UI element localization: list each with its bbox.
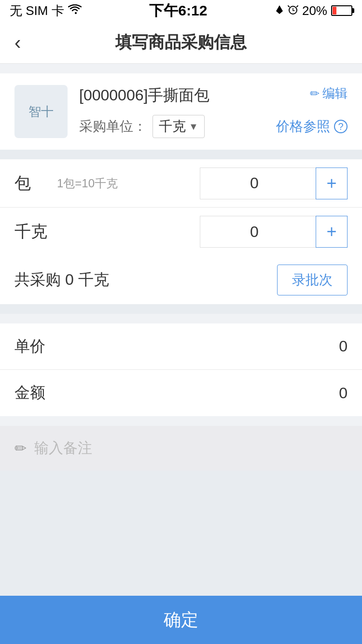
bag-sub-label: 1包=10千克 [57,176,118,191]
remark-section[interactable]: ✏ 输入备注 [0,426,362,471]
pencil-icon: ✏ [14,440,27,457]
unit-price-row: 单价 0 [0,323,362,370]
edit-pencil-icon: ✏ [310,87,320,100]
bag-label: 包 [14,172,53,195]
location-icon [275,3,284,18]
no-sim-label: 无 SIM 卡 [10,2,64,19]
price-ref-button[interactable]: 价格参照 ? [276,117,348,136]
product-card: 智十 [0000006]手撕面包 采购单位： 千克 ▼ 价格参照 ? ✏ 编辑 [0,73,362,150]
summary-text: 共采购 0 千克 [14,269,109,291]
price-ref-label: 价格参照 [276,117,330,136]
unit-value: 千克 [159,117,186,136]
battery-icon [331,5,352,16]
product-meta: 采购单位： 千克 ▼ 价格参照 ? [79,115,348,138]
unit-price-value: 0 [339,337,348,355]
bag-number-input[interactable] [200,168,316,199]
unit-price-label: 单价 [14,336,45,357]
product-image: 智十 [14,85,68,138]
amount-row: 金额 0 [0,370,362,416]
kg-number-input[interactable] [200,216,316,248]
product-name: [0000006]手撕面包 [79,85,348,106]
wifi-icon [68,3,82,18]
alarm-icon [288,3,298,18]
product-logo: 智十 [28,103,54,120]
summary-section: 共采购 0 千克 录批次 [0,256,362,304]
unit-label: 采购单位： [79,117,147,136]
price-section: 单价 0 金额 0 [0,323,362,416]
page-title: 填写商品采购信息 [115,31,247,54]
kg-input-controls: + [200,216,348,248]
confirm-label: 确定 [164,608,198,632]
bag-plus-button[interactable]: + [316,168,348,199]
dropdown-arrow-icon: ▼ [189,121,198,132]
confirm-bar[interactable]: 确定 [0,596,362,644]
status-right: 20% [275,3,352,18]
section-divider-2 [0,304,362,314]
input-section: 包 1包=10千克 + 千克 + [0,159,362,256]
batch-button[interactable]: 录批次 [277,265,348,295]
product-info: [0000006]手撕面包 采购单位： 千克 ▼ 价格参照 ? [79,85,348,138]
remark-placeholder: 输入备注 [34,438,92,458]
edit-label: 编辑 [322,85,348,102]
edit-button[interactable]: ✏ 编辑 [310,85,348,102]
help-icon: ? [334,120,348,133]
status-bar: 无 SIM 卡 下午6:12 20% [0,0,362,21]
nav-bar: ‹ 填写商品采购信息 [0,21,362,64]
back-button[interactable]: ‹ [14,33,21,52]
status-time: 下午6:12 [149,1,207,21]
kg-plus-button[interactable]: + [316,216,348,248]
unit-select[interactable]: 千克 ▼ [153,115,205,138]
purchase-unit: 采购单位： 千克 ▼ [79,115,205,138]
section-divider-1 [0,150,362,159]
bag-input-controls: + [200,168,348,199]
status-left: 无 SIM 卡 [10,2,82,19]
bag-input-row: 包 1包=10千克 + [0,159,362,208]
kg-input-row: 千克 + [0,208,362,256]
amount-label: 金额 [14,382,45,404]
kg-label: 千克 [14,221,53,243]
battery-percentage: 20% [302,3,327,18]
amount-value: 0 [339,384,348,402]
